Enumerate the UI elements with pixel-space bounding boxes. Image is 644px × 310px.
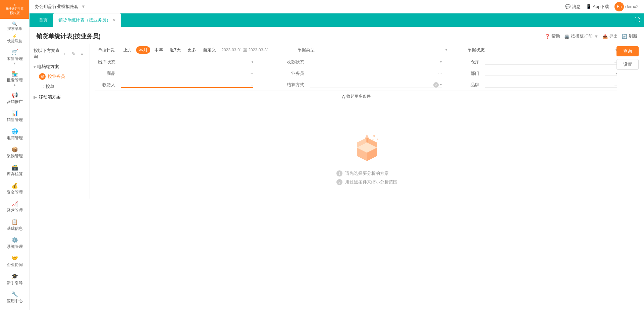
sidebar-item-purchase[interactable]: 📦 采购管理 — [0, 144, 29, 162]
empty-tip-2-text: 用过滤条件来缩小分析范围 — [345, 179, 397, 185]
page-actions: ❓ 帮助 🖨️ 按模板打印 ▼ 📤 导出 🔄 刷新 — [545, 33, 637, 39]
scheme-group-header-pc[interactable]: ▾ 电脑端方案 — [30, 62, 90, 71]
sales-stat-tab-label: 销货单统计表（按业务员） — [58, 17, 111, 23]
date-btn-lastmonth[interactable]: 上月 — [121, 46, 135, 54]
edit-scheme-btn[interactable]: ✎ — [70, 50, 77, 57]
svg-point-8 — [377, 139, 378, 140]
refresh-btn[interactable]: 🔄 刷新 — [622, 33, 637, 39]
consignee-input[interactable]: ··· — [121, 82, 253, 88]
sidebar-item-newbie[interactable]: 🎓 新手引导 — [0, 270, 29, 289]
page-content: 销货单统计表(按业务员) ❓ 帮助 🖨️ 按模板打印 ▼ 📤 导出 — [30, 27, 644, 310]
date-btn-more[interactable]: 更多 — [185, 46, 199, 54]
appcenter-icon: 🔧 — [11, 291, 18, 298]
sidebar: 畅 畅捷通好生意 标账版 🔍 搜索菜单 ⚡ 快捷导航 🛒 零售管理 ▼ 🏪 批发… — [0, 0, 30, 310]
sales-icon: 📊 — [11, 110, 18, 116]
suite-name: 办公用品行业模拟账套 — [35, 4, 78, 10]
collapse-bar[interactable]: ⋀ 收起更多条件 — [95, 91, 617, 102]
sidebar-item-enterprise[interactable]: 🤝 企业协同 — [0, 252, 29, 270]
settings-button[interactable]: 设置 — [616, 59, 639, 70]
query-button[interactable]: 查询 — [616, 46, 639, 56]
sidebar-item-basic[interactable]: 📋 基础信息 — [0, 216, 29, 234]
sidebar-item-inventory[interactable]: 🗃️ 库存核算 — [0, 162, 29, 180]
scheme-sub-item-doc[interactable]: ∷ 按单 — [30, 82, 90, 91]
inventory-icon: 🗃️ — [11, 164, 18, 171]
app-download-btn[interactable]: 📱 App下载 — [586, 4, 609, 10]
brand-more-icon[interactable]: ··· — [613, 82, 617, 87]
appcenter-label: 应用中心 — [7, 298, 23, 304]
download-icon: 📱 — [586, 4, 591, 9]
basic-icon: 📋 — [11, 219, 18, 225]
wholesale-icon: 🏪 — [11, 70, 18, 77]
empty-tip-1: 1 请先选择要分析的方案 — [336, 170, 397, 176]
doc-status-select[interactable]: ▾ — [490, 48, 617, 52]
recv-status-select[interactable]: ▾ — [310, 60, 442, 64]
consignee-more-icon[interactable]: ··· — [250, 82, 253, 87]
suite-dropdown-icon[interactable]: ▼ — [81, 4, 86, 9]
svg-point-9 — [372, 139, 374, 141]
collapse-icon-up: ⋀ — [342, 94, 345, 99]
search-icon: 🔍 — [12, 21, 17, 26]
add-scheme-btn[interactable]: + — [61, 50, 68, 57]
goods-input[interactable]: ··· — [121, 71, 253, 76]
doc-type-select[interactable]: ▾ — [320, 48, 447, 52]
message-btn[interactable]: 💬 消息 — [565, 4, 581, 10]
salesperson-input[interactable]: ··· — [310, 71, 442, 76]
print-icon: 🖨️ — [564, 34, 570, 39]
date-btn-thisyear[interactable]: 本年 — [152, 46, 166, 54]
topbar-right: 💬 消息 📱 App下载 Ea demo2 — [565, 2, 639, 11]
group-expand-icon: ▾ — [34, 64, 36, 69]
tab-home[interactable]: 首页 — [34, 13, 53, 27]
sidebar-item-wholesale[interactable]: 🏪 批发管理 ▲ — [0, 68, 29, 89]
inventory-label: 库存核算 — [7, 171, 23, 177]
user-profile[interactable]: Ea demo2 — [614, 2, 639, 11]
goods-more-icon[interactable]: ··· — [250, 71, 253, 76]
sidebar-item-retail[interactable]: 🛒 零售管理 ▼ — [0, 46, 29, 68]
user-name: demo2 — [625, 4, 639, 9]
app-download-label: App下载 — [593, 4, 609, 10]
date-btn-custom[interactable]: 自定义 — [200, 46, 219, 54]
topbar: 办公用品行业模拟账套 ▼ 💬 消息 📱 App下载 Ea demo2 — [30, 0, 644, 13]
scheme-group-label-pc: 电脑端方案 — [37, 64, 59, 70]
help-btn[interactable]: ❓ 帮助 — [545, 33, 560, 39]
help-icon: ❓ — [545, 34, 550, 39]
scheme-group-header-mobile[interactable]: ▶ 移动端方案 — [30, 93, 90, 101]
tab-close-btn[interactable]: ✕ — [113, 18, 116, 22]
quick-nav-item[interactable]: ⚡ 快捷导航 — [0, 33, 29, 45]
date-btn-7days[interactable]: 近7天 — [167, 46, 183, 54]
collapse-scheme-btn[interactable]: « — [79, 50, 86, 57]
template-print-btn[interactable]: 🖨️ 按模板打印 ▼ — [564, 33, 598, 39]
message-icon: 💬 — [565, 4, 571, 9]
sidebar-item-marketing[interactable]: 📢 营销推广 — [0, 89, 29, 107]
tab-sales-stat[interactable]: 销货单统计表（按业务员） ✕ — [53, 13, 121, 27]
brand-label: 品牌 — [459, 82, 479, 88]
marketing-icon: 📢 — [11, 92, 18, 98]
app-logo[interactable]: 畅 畅捷通好生意 标账版 — [0, 0, 29, 19]
sidebar-item-ecommerce[interactable]: 🌐 电商管理 — [0, 125, 29, 144]
sub-icon: ∷ — [42, 84, 44, 89]
wholesale-label: 批发管理 — [7, 78, 23, 83]
payment-select[interactable]: ✕ ▾ — [310, 82, 442, 88]
wholesale-expand-icon: ▲ — [13, 83, 16, 87]
sidebar-item-finance[interactable]: 💰 资金管理 — [0, 180, 29, 198]
out-status-select[interactable]: ▾ — [121, 60, 253, 64]
export-btn[interactable]: 📤 导出 — [602, 33, 618, 39]
search-menu-item[interactable]: 🔍 搜索菜单 — [0, 19, 29, 33]
sidebar-item-operations[interactable]: 📈 经营管理 — [0, 198, 29, 216]
salesperson-more-icon[interactable]: ··· — [438, 71, 442, 76]
sidebar-item-wechat[interactable]: 💬 企业微信 — [0, 307, 29, 310]
brand-input[interactable]: ··· — [485, 82, 617, 88]
sidebar-item-system[interactable]: ⚙️ 系统管理 — [0, 234, 29, 252]
dept-select[interactable]: ▾ — [485, 71, 617, 75]
scheme-item-salesperson[interactable]: 员 按业务员 — [30, 71, 90, 82]
tabbar-expand-btn[interactable]: ⛶ — [631, 17, 644, 23]
sidebar-item-appcenter[interactable]: 🔧 应用中心 — [0, 289, 29, 307]
operations-label: 经营管理 — [7, 208, 23, 213]
payment-clear-btn[interactable]: ✕ — [433, 82, 439, 88]
scheme-sub-doc-label: 按单 — [46, 84, 54, 90]
date-btn-thismonth[interactable]: 本月 — [136, 46, 150, 54]
scheme-panel-title: 按以下方案查询 — [34, 48, 61, 60]
warehouse-input[interactable]: ··· — [485, 59, 617, 65]
payment-chevron: ▾ — [440, 83, 442, 87]
out-status-label: 出库状态 — [95, 59, 115, 65]
sidebar-item-sales[interactable]: 📊 销售管理 — [0, 107, 29, 125]
